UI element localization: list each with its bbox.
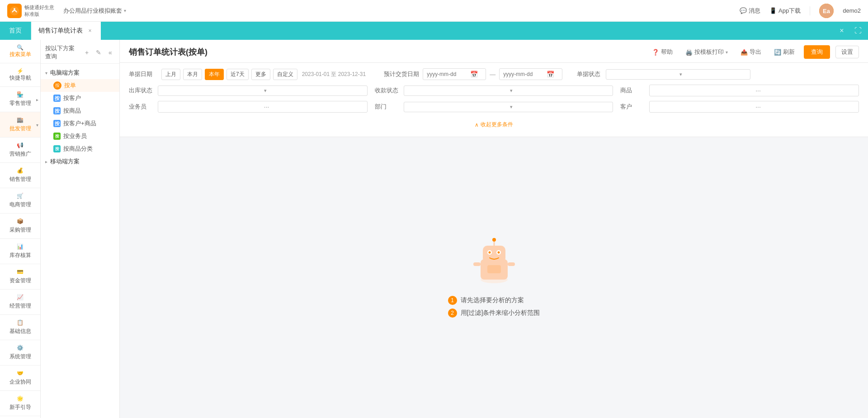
sidebar-search-label: 搜索菜单 bbox=[4, 51, 37, 58]
tree-group-pc-header[interactable]: ▾ 电脑端方案 bbox=[41, 66, 119, 79]
newbie-icon: 🌟 bbox=[17, 395, 24, 402]
sidebar-item-operations[interactable]: 📈 经营管理 bbox=[0, 290, 40, 315]
scheme-panel: 按以下方案查询 + ✎ « ▾ 电脑端方案 按 按单 bbox=[41, 40, 120, 418]
sidebar-item-system[interactable]: ⚙️ 系统管理 bbox=[0, 340, 40, 366]
refresh-label: 刷新 bbox=[783, 48, 795, 56]
product-select[interactable]: ··· bbox=[649, 85, 859, 96]
product-dots-icon[interactable]: ··· bbox=[755, 87, 855, 94]
collapse-btn[interactable]: ∧ 收起更多条件 bbox=[129, 119, 859, 130]
export-btn[interactable]: 📤 导出 bbox=[737, 46, 765, 58]
date-btn-this-month[interactable]: 本月 bbox=[183, 69, 202, 80]
sidebar-item-purchase[interactable]: 📦 采购管理 bbox=[0, 214, 40, 239]
status-select[interactable]: ▾ bbox=[606, 69, 750, 80]
expected-date-start-input[interactable]: 📅 bbox=[423, 68, 486, 80]
sidebar-item-finance[interactable]: 💳 资金管理 bbox=[0, 264, 40, 290]
sidebar: 🔍 搜索菜单 ⚡ 快捷导航 🏪 零售管理 ▸ 🏬 批发管理 ▾ 📢 营销推广 💰… bbox=[0, 40, 41, 418]
date-end-field[interactable] bbox=[503, 71, 544, 77]
tree-item-by-cust-prod[interactable]: 按 按客户+商品 bbox=[41, 117, 119, 130]
payment-filter-col: 收款状态 ▾ bbox=[375, 86, 613, 96]
status-chevron-icon: ▾ bbox=[679, 71, 746, 77]
message-btn[interactable]: 💬 消息 bbox=[740, 7, 760, 15]
filter-row-1: 单据日期 上月 本月 本年 近7天 更多 自定义 2023-01-01 至 20… bbox=[129, 68, 859, 80]
sidebar-item-marketing[interactable]: 📢 营销推广 bbox=[0, 138, 40, 163]
scheme-edit-btn[interactable]: ✎ bbox=[94, 48, 103, 57]
tab-close-icon[interactable]: × bbox=[86, 27, 94, 34]
settings-btn-label: 设置 bbox=[841, 48, 853, 56]
date-btn-more[interactable]: 更多 bbox=[251, 69, 270, 80]
tree-group-mobile-header[interactable]: ▸ 移动端方案 bbox=[41, 155, 119, 168]
logo-area: 畅捷通好生意 标准版 bbox=[7, 4, 54, 18]
sidebar-quicknav-btn[interactable]: ⚡ 快捷导航 bbox=[0, 63, 40, 87]
outbound-select[interactable]: ▾ bbox=[158, 86, 368, 96]
salesman-filter-col: 业务员 ··· bbox=[129, 101, 368, 113]
payment-chevron-icon: ▾ bbox=[510, 88, 609, 94]
tab-bar-right: × ⛶ bbox=[835, 24, 868, 37]
sidebar-item-appcenter[interactable]: 🔲 应用中心 bbox=[0, 416, 40, 418]
user-avatar[interactable]: Ea bbox=[819, 4, 834, 18]
tree-item-by-category-label: 按商品分类 bbox=[63, 145, 93, 153]
filter-row-2: 出库状态 ▾ 收款状态 ▾ 商品 bbox=[129, 85, 859, 96]
tab-sales-order[interactable]: 销售订单统计表 × bbox=[31, 22, 101, 40]
expected-date-end-input[interactable]: 📅 bbox=[499, 68, 562, 80]
scheme-panel-title: 按以下方案查询 bbox=[45, 44, 80, 61]
outbound-filter-col: 出库状态 ▾ bbox=[129, 86, 368, 96]
help-btn[interactable]: ❓ 帮助 bbox=[648, 46, 676, 58]
date-btn-last-month[interactable]: 上月 bbox=[161, 69, 180, 80]
tree-item-by-product[interactable]: 按 按商品 bbox=[41, 104, 119, 117]
tab-maximize-btn[interactable]: ⛶ bbox=[852, 24, 864, 37]
scheme-collapse-btn[interactable]: « bbox=[106, 48, 115, 57]
tree-item-by-salesman[interactable]: 按 按业务员 bbox=[41, 130, 119, 142]
sidebar-item-retail[interactable]: 🏪 零售管理 ▸ bbox=[0, 87, 40, 112]
calendar-end-icon[interactable]: 📅 bbox=[547, 71, 554, 78]
logo-text: 畅捷通好生意 标准版 bbox=[24, 4, 54, 17]
finance-icon: 💳 bbox=[17, 269, 24, 275]
department-filter-col: 部门 ▾ bbox=[375, 102, 613, 112]
status-filter-label: 单据状态 bbox=[577, 70, 602, 78]
tab-minimize-btn[interactable]: × bbox=[835, 24, 848, 37]
sidebar-item-label: 基础信息 bbox=[9, 328, 31, 335]
sidebar-item-label: 电商管理 bbox=[9, 201, 31, 209]
customer-label: 客户 bbox=[620, 103, 646, 111]
payment-select[interactable]: ▾ bbox=[404, 86, 613, 96]
customer-select[interactable]: ··· bbox=[649, 101, 859, 113]
date-btn-custom[interactable]: 自定义 bbox=[273, 69, 297, 80]
sidebar-item-wholesale[interactable]: 🏬 批发管理 ▾ bbox=[0, 112, 40, 138]
refresh-btn[interactable]: 🔄 刷新 bbox=[770, 46, 798, 58]
scheme-add-btn[interactable]: + bbox=[82, 48, 91, 57]
query-btn[interactable]: 查询 bbox=[804, 45, 830, 59]
sidebar-item-ecommerce[interactable]: 🛒 电商管理 bbox=[0, 188, 40, 214]
ecommerce-icon: 🛒 bbox=[17, 193, 24, 199]
tree-item-by-category[interactable]: 按 按商品分类 bbox=[41, 142, 119, 155]
calendar-start-icon[interactable]: 📅 bbox=[470, 71, 478, 78]
refresh-icon: 🔄 bbox=[774, 49, 781, 56]
sidebar-item-sales[interactable]: 💰 销售管理 bbox=[0, 163, 40, 188]
print-btn[interactable]: 🖨️ 按模板打印 ▾ bbox=[682, 46, 731, 58]
tip2-text: 用[过滤]条件来缩小分析范围 bbox=[461, 309, 540, 317]
sidebar-item-newbie[interactable]: 🌟 新手引导 bbox=[0, 391, 40, 416]
filter-row-3: 业务员 ··· 部门 ▾ 客户 bbox=[129, 101, 859, 113]
sidebar-item-enterprise[interactable]: 🤝 企业协同 bbox=[0, 366, 40, 391]
sidebar-item-inventory[interactable]: 📊 库存核算 bbox=[0, 239, 40, 264]
date-start-field[interactable] bbox=[427, 71, 467, 77]
app-download-btn[interactable]: 📱 App下载 bbox=[769, 7, 801, 15]
tab-home[interactable]: 首页 bbox=[0, 22, 31, 40]
message-label: 消息 bbox=[749, 7, 760, 15]
tree-item-by-customer[interactable]: 按 按客户 bbox=[41, 92, 119, 104]
sidebar-search-btn[interactable]: 🔍 搜索菜单 bbox=[0, 40, 40, 63]
date-btn-this-year[interactable]: 本年 bbox=[205, 69, 224, 80]
outbound-chevron-icon: ▾ bbox=[264, 88, 363, 94]
sidebar-item-basic[interactable]: 📋 基础信息 bbox=[0, 315, 40, 340]
settings-btn[interactable]: 设置 bbox=[835, 46, 859, 58]
department-select[interactable]: ▾ bbox=[404, 102, 613, 112]
date-btn-7days[interactable]: 近7天 bbox=[226, 69, 249, 80]
page-title: 销售订单统计表(按单) bbox=[129, 47, 208, 57]
scheme-panel-header: 按以下方案查询 + ✎ « bbox=[41, 40, 119, 64]
tree-item-by-order[interactable]: 按 按单 bbox=[41, 79, 119, 92]
workspace-selector[interactable]: 办公用品行业模拟账套 ▾ bbox=[60, 5, 130, 17]
workspace-name: 办公用品行业模拟账套 bbox=[63, 7, 122, 15]
customer-dots-icon[interactable]: ··· bbox=[755, 103, 855, 110]
user-name[interactable]: demo2 bbox=[843, 7, 861, 14]
salesman-select[interactable]: ··· bbox=[158, 101, 368, 113]
query-btn-label: 查询 bbox=[811, 48, 823, 56]
salesman-dots-icon[interactable]: ··· bbox=[264, 103, 363, 110]
